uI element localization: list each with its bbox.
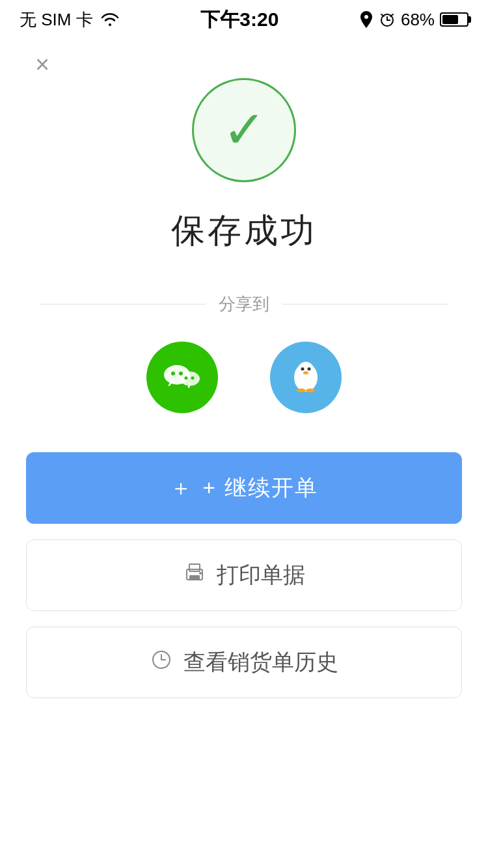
print-label: 打印单据: [217, 560, 305, 590]
status-right: 68%: [359, 10, 468, 30]
history-label: 查看销货单历史: [183, 647, 338, 677]
status-left: 无 SIM 卡: [20, 8, 120, 31]
qq-icon: [284, 355, 328, 400]
success-title: 保存成功: [171, 208, 317, 254]
continue-label: + 继续开单: [202, 473, 318, 503]
alarm-icon: [379, 11, 396, 28]
share-section: 分享到: [0, 293, 488, 413]
svg-point-14: [297, 388, 306, 392]
print-button[interactable]: 打印单据: [26, 539, 462, 611]
svg-point-12: [308, 368, 311, 371]
history-button[interactable]: 查看销货单历史: [26, 627, 462, 698]
share-label: 分享到: [219, 293, 269, 316]
wechat-icon: [160, 355, 204, 400]
svg-point-7: [185, 377, 188, 380]
svg-point-5: [171, 372, 175, 375]
history-icon: [150, 648, 173, 677]
close-icon: ×: [35, 52, 49, 77]
svg-rect-17: [189, 564, 200, 571]
svg-point-15: [306, 388, 315, 392]
no-sim-text: 无 SIM 卡: [20, 8, 93, 31]
wechat-share-button[interactable]: [146, 342, 218, 413]
divider-left: [39, 304, 206, 305]
svg-point-19: [199, 572, 202, 575]
action-buttons: ＋ + 继续开单 打印单据 查看销货单历史: [0, 452, 488, 698]
plus-icon: ＋: [170, 473, 192, 503]
share-divider: 分享到: [0, 293, 488, 316]
battery-icon: [440, 12, 468, 27]
status-time: 下午3:20: [200, 7, 278, 33]
qq-share-button[interactable]: [270, 342, 342, 413]
location-icon: [359, 10, 373, 29]
svg-point-6: [179, 372, 183, 375]
svg-point-13: [303, 372, 308, 375]
wifi-icon: [100, 12, 120, 27]
success-icon-circle: ✓: [192, 78, 296, 182]
share-icons-row: [146, 342, 342, 413]
divider-right: [282, 304, 449, 305]
checkmark-icon: ✓: [223, 104, 266, 156]
status-bar: 无 SIM 卡 下午3:20 68%: [0, 0, 488, 39]
main-content: ✓ 保存成功 分享到: [0, 39, 488, 698]
print-icon: [183, 561, 206, 590]
svg-point-11: [301, 368, 305, 371]
svg-point-8: [191, 377, 195, 380]
svg-point-10: [298, 362, 314, 377]
svg-rect-18: [189, 575, 200, 580]
close-button[interactable]: ×: [26, 48, 59, 81]
continue-button[interactable]: ＋ + 继续开单: [26, 452, 462, 524]
battery-percent: 68%: [401, 10, 435, 30]
